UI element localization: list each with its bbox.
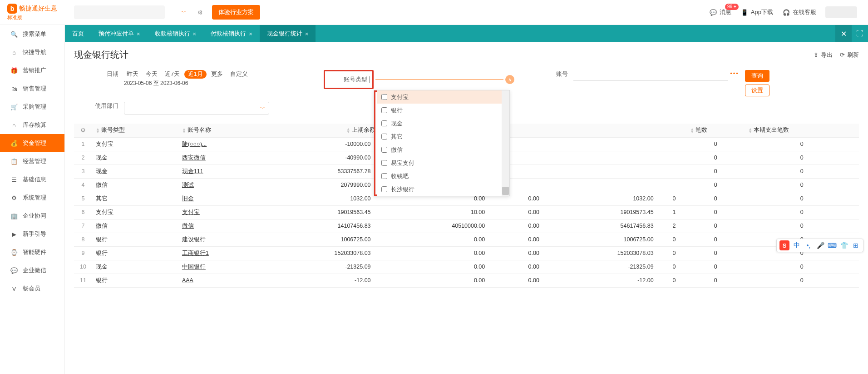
industry-plan-button[interactable]: 体验行业方案 xyxy=(212,5,260,20)
option-checkbox[interactable] xyxy=(381,107,387,113)
date-pill-2[interactable]: 近7天 xyxy=(162,70,182,79)
scrollbar-thumb[interactable] xyxy=(502,187,509,195)
option-checkbox[interactable] xyxy=(381,173,387,179)
cell-name[interactable]: 建设银行 xyxy=(178,233,265,246)
cell-name[interactable]: 陡(○○○)... xyxy=(178,137,265,151)
ime-keyboard-icon[interactable]: ⌨ xyxy=(828,241,837,250)
date-pill-5[interactable]: 自定义 xyxy=(227,70,251,79)
tab-2[interactable]: 收款核销执行× xyxy=(148,25,204,42)
sidebar-item-12[interactable]: ⌚智能硬件 xyxy=(0,243,64,261)
dropdown-option[interactable]: 支付宝 xyxy=(377,90,502,104)
sidebar-item-1[interactable]: ⌂快捷导航 xyxy=(0,43,64,61)
account-type-collapse-icon[interactable]: ∧ xyxy=(505,75,514,84)
tab-3[interactable]: 付款核销执行× xyxy=(203,25,260,42)
ime-punct-icon[interactable]: •, xyxy=(804,241,813,250)
refresh-button[interactable]: ⟳ 刷新 xyxy=(840,51,859,59)
tab-close-icon[interactable]: × xyxy=(249,30,252,37)
option-checkbox[interactable] xyxy=(381,147,387,153)
dropdown-option[interactable]: 现金 xyxy=(377,117,502,130)
settings-button[interactable]: 设置 xyxy=(745,85,769,96)
sort-icon[interactable]: ▲▼ xyxy=(182,128,186,133)
sidebar-item-2[interactable]: 🎁营销推广 xyxy=(0,61,64,80)
sort-icon[interactable]: ▲▼ xyxy=(346,128,350,133)
user-avatar[interactable] xyxy=(825,6,857,18)
cell-name[interactable]: 旧金 xyxy=(178,192,265,205)
tab-0[interactable]: 首页 xyxy=(65,25,91,42)
tab-close-all-button[interactable]: ✕ xyxy=(835,25,852,42)
messages-button[interactable]: 💬 消息 xyxy=(709,8,731,16)
ime-mic-icon[interactable]: 🎤 xyxy=(816,241,825,250)
cell-name[interactable]: 现金111 xyxy=(178,165,265,178)
fullscreen-button[interactable]: ⛶ xyxy=(852,25,868,42)
date-pill-3[interactable]: 近1月 xyxy=(184,70,207,79)
dropdown-option[interactable]: 收钱吧 xyxy=(377,170,502,183)
ime-toolbox-icon[interactable]: ⊞ xyxy=(851,241,860,250)
tab-close-icon[interactable]: × xyxy=(137,30,140,37)
more-filters-button[interactable]: ••• xyxy=(726,70,743,77)
sidebar: 🔍搜索菜单⌂快捷导航🎁营销推广🛍销售管理🛒采购管理⌂库存核算💰资金管理📋经营管理… xyxy=(0,25,65,374)
sidebar-item-6[interactable]: 💰资金管理 xyxy=(0,134,64,152)
support-button[interactable]: 🎧 在线客服 xyxy=(782,8,816,16)
dept-select[interactable]: ﹀ xyxy=(124,102,269,115)
cell-name[interactable]: AAA xyxy=(178,274,265,287)
tab-close-icon[interactable]: × xyxy=(305,30,309,37)
date-pill-4[interactable]: 更多 xyxy=(208,70,226,79)
sort-icon[interactable]: ▲▼ xyxy=(690,128,694,133)
account-input[interactable] xyxy=(573,70,728,81)
dropdown-option[interactable]: 易宝支付 xyxy=(377,156,502,170)
ime-lang-toggle[interactable]: 中 xyxy=(792,241,801,250)
cell-c5: 0 xyxy=(662,260,687,274)
sidebar-item-8[interactable]: ☰基础信息 xyxy=(0,170,64,189)
option-checkbox[interactable] xyxy=(381,94,387,100)
org-select[interactable] xyxy=(74,5,165,19)
sidebar-item-9[interactable]: ⚙系统管理 xyxy=(0,189,64,207)
tab-1[interactable]: 预付冲应付单× xyxy=(91,25,148,42)
sidebar-item-5[interactable]: ⌂库存核算 xyxy=(0,116,64,134)
cell-name[interactable]: 工商银行1 xyxy=(178,246,265,260)
app-download-button[interactable]: 📱 App下载 xyxy=(740,8,773,16)
cell-name[interactable]: 微信 xyxy=(178,219,265,233)
sidebar-item-14[interactable]: V畅会员 xyxy=(0,279,64,298)
tab-close-icon[interactable]: × xyxy=(193,30,197,37)
cell-name[interactable]: 测试 xyxy=(178,178,265,192)
col-header[interactable]: ▲▼本期支出笔数 xyxy=(745,124,859,137)
date-pill-0[interactable]: 昨天 xyxy=(124,70,141,79)
ime-toolbar[interactable]: S 中 •, 🎤 ⌨ 👕 ⊞ xyxy=(776,239,863,252)
sidebar-item-0[interactable]: 🔍搜索菜单 xyxy=(0,25,64,43)
col-header[interactable]: ▲▼账号类型 xyxy=(92,124,178,137)
sort-icon[interactable]: ▲▼ xyxy=(748,128,752,133)
dropdown-scrollbar[interactable] xyxy=(502,90,509,196)
cell-name[interactable]: 中国银行 xyxy=(178,260,265,274)
option-checkbox[interactable] xyxy=(381,134,387,140)
option-checkbox[interactable] xyxy=(381,186,387,192)
sidebar-item-4[interactable]: 🛒采购管理 xyxy=(0,98,64,116)
dropdown-option[interactable]: 银行 xyxy=(377,104,502,117)
ime-skin-icon[interactable]: 👕 xyxy=(839,241,848,250)
sidebar-item-11[interactable]: ▶新手引导 xyxy=(0,225,64,243)
account-type-filter[interactable]: 账号类型 xyxy=(324,70,374,89)
col-gear[interactable]: ⚙ xyxy=(74,124,92,137)
col-header[interactable] xyxy=(547,124,662,137)
query-button[interactable]: 查询 xyxy=(745,70,769,82)
gear-icon[interactable]: ⚙ xyxy=(194,6,207,19)
dropdown-option[interactable]: 长沙银行 xyxy=(377,183,502,196)
col-header[interactable]: ▲▼笔数 xyxy=(686,124,745,137)
export-button[interactable]: ⇪ 导出 xyxy=(814,51,833,59)
sidebar-item-7[interactable]: 📋经营管理 xyxy=(0,152,64,170)
col-header[interactable] xyxy=(662,124,687,137)
org-caret-icon[interactable]: ﹀ xyxy=(181,9,187,16)
sidebar-item-10[interactable]: 🏢企业协同 xyxy=(0,207,64,225)
col-header[interactable]: ▲▼账号名称 xyxy=(178,124,265,137)
dropdown-option[interactable]: 微信 xyxy=(377,143,502,156)
option-checkbox[interactable] xyxy=(381,120,387,126)
sort-icon[interactable]: ▲▼ xyxy=(96,128,100,133)
dropdown-option[interactable]: 其它 xyxy=(377,130,502,143)
col-header[interactable]: ▲▼上期余额 xyxy=(265,124,379,137)
date-pill-1[interactable]: 今天 xyxy=(143,70,160,79)
cell-name[interactable]: 支付宝 xyxy=(178,205,265,219)
option-checkbox[interactable] xyxy=(381,160,387,166)
cell-name[interactable]: 西安微信 xyxy=(178,151,265,165)
tab-4[interactable]: 现金银行统计× xyxy=(260,25,316,42)
sidebar-item-3[interactable]: 🛍销售管理 xyxy=(0,80,64,98)
sidebar-item-13[interactable]: 💬企业微信 xyxy=(0,261,64,279)
